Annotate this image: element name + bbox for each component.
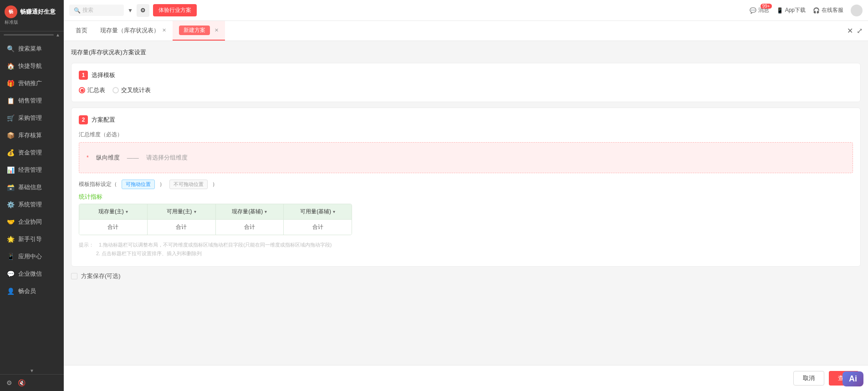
tab-new-plan-label: 新建方案	[179, 26, 210, 35]
indicator-label-text: 模板指标设定（	[79, 180, 117, 188]
message-icon: 💬	[750, 7, 756, 14]
stats-col-2-body: 合计	[148, 219, 216, 235]
brand-edition: 标准版	[5, 19, 59, 26]
brand: 畅 畅赚通好生意	[5, 5, 59, 18]
wechat-icon: 💬	[6, 270, 15, 278]
nav-label-system: 系统管理	[18, 201, 42, 209]
handshake-icon: 🤝	[6, 218, 15, 226]
database-icon: 🗃️	[6, 183, 15, 191]
message-badge: 99+	[761, 4, 772, 9]
chevron-down-icon-2: ▾	[194, 209, 196, 214]
dimension-placeholder: 请选择分组维度	[146, 154, 188, 162]
page-content: 现存量(库存状况表)方案设置 1 选择模板 汇总表 交叉统计表 2	[64, 41, 868, 365]
search-placeholder: 搜索	[82, 6, 93, 14]
footer-settings-icon[interactable]: ⚙	[6, 379, 12, 386]
topbar-search-box[interactable]: 🔍 搜索	[69, 5, 124, 16]
sales-icon: 📋	[6, 97, 15, 105]
tip-line-1: 提示： 1.拖动标题栏可以调整布局，不可跨维度或指标区域拖动栏目字段(只能在同一…	[79, 242, 853, 248]
topbar-gear-btn[interactable]: ⚙	[137, 4, 149, 17]
indicator-settings-label: 模板指标设定（ 可拖动位置 ） 不可拖动位置 ）	[79, 180, 853, 189]
tips-area: 提示： 1.拖动标题栏可以调整布局，不可跨维度或指标区域拖动栏目字段(只能在同一…	[79, 242, 853, 257]
stats-col-2-header[interactable]: 可用量(主) ▾	[148, 204, 216, 219]
scroll-up-btn[interactable]: ▲	[56, 32, 60, 37]
sidebar-item-finance[interactable]: 💰 资金管理	[0, 144, 64, 161]
ai-badge[interactable]: Ai	[842, 371, 863, 386]
sidebar-item-quick-nav[interactable]: 🏠 快捷导航	[0, 57, 64, 75]
sidebar-item-sales[interactable]: 📋 销售管理	[0, 92, 64, 109]
step1-header: 1 选择模板	[79, 71, 853, 80]
trial-plan-button[interactable]: 体验行业方案	[153, 4, 197, 16]
online-service-btn[interactable]: 🎧 在线客服	[813, 6, 843, 14]
footer-sound-icon[interactable]: 🔇	[18, 379, 26, 386]
sidebar-nav: 🔍 搜索菜单 🏠 快捷导航 🎁 营销推广 📋 销售管理 🛒 采购管理 📦 库存核…	[0, 38, 64, 367]
gift-icon: 🎁	[6, 79, 15, 87]
stats-col-4-header[interactable]: 可用量(基辅) ▾	[284, 204, 352, 219]
tab-home[interactable]: 首页	[69, 22, 94, 40]
nav-label-member: 畅会员	[18, 287, 36, 295]
step2-title: 方案配置	[92, 116, 115, 124]
user-avatar[interactable]	[851, 5, 863, 16]
expand-panel-icon[interactable]: ⤢	[857, 26, 863, 35]
sidebar-item-purchase[interactable]: 🛒 采购管理	[0, 109, 64, 127]
dimension-dash: ——	[127, 154, 139, 161]
stats-col-1-header[interactable]: 现存量(主) ▾	[79, 204, 148, 219]
page-title: 现存量(库存状况表)方案设置	[71, 48, 861, 57]
sidebar-item-inventory[interactable]: 📦 库存核算	[0, 127, 64, 144]
gear-icon: ⚙️	[6, 201, 15, 209]
member-icon: 👤	[6, 287, 15, 295]
nav-label-finance: 资金管理	[18, 149, 42, 157]
app-icon: 📱	[776, 7, 783, 14]
sidebar-footer: ⚙ 🔇	[0, 374, 64, 391]
radio-cross[interactable]: 交叉统计表	[112, 86, 151, 94]
sidebar-item-search-menu[interactable]: 🔍 搜索菜单	[0, 40, 64, 57]
tip-line-2: 2. 点击标题栏下拉可设置排序、插入列和删除列	[79, 250, 853, 257]
stats-section-title: 统计指标	[79, 193, 853, 201]
chart-icon: 📊	[6, 166, 15, 174]
brand-logo: 畅	[5, 5, 17, 18]
sidebar-item-basic-info[interactable]: 🗃️ 基础信息	[0, 179, 64, 196]
sidebar-item-marketing[interactable]: 🎁 营销推广	[0, 75, 64, 92]
nav-label-purchase: 采购管理	[18, 114, 42, 122]
chevron-down-icon-3: ▾	[265, 209, 267, 214]
tab-inventory-label: 现存量（库存状况表）	[100, 26, 159, 35]
tab-new-plan-close-btn[interactable]: ✕	[214, 27, 219, 33]
stats-col-4-body: 合计	[284, 219, 352, 235]
star-icon: 🌟	[6, 235, 15, 243]
cancel-button[interactable]: 取消	[793, 371, 824, 386]
sidebar-item-app-center[interactable]: 📱 应用中心	[0, 248, 64, 265]
topbar: 🔍 搜索 ▼ ⚙ 体验行业方案 💬 消息 99+ 📱 App下载 🎧 在线客服	[64, 0, 868, 21]
nav-label-inventory: 库存核算	[18, 131, 42, 139]
close-panel-icon[interactable]: ✕	[847, 26, 853, 35]
nav-label-basic-info: 基础信息	[18, 183, 42, 191]
main-area: 🔍 搜索 ▼ ⚙ 体验行业方案 💬 消息 99+ 📱 App下载 🎧 在线客服	[64, 0, 868, 391]
tab-inventory-close-btn[interactable]: ✕	[162, 27, 166, 33]
nav-label-operations: 经营管理	[18, 166, 42, 174]
chevron-down-icon-1: ▾	[126, 209, 128, 214]
footer-bar: 取消 查询	[64, 365, 868, 391]
scroll-down-btn[interactable]: ▼	[30, 368, 34, 373]
nav-label-enterprise: 企业协同	[18, 218, 42, 226]
stats-col-3-header[interactable]: 现存量(基辅) ▾	[216, 204, 284, 219]
save-plan-checkbox[interactable]	[71, 273, 77, 279]
indicator-suffix: ）	[212, 180, 218, 188]
sidebar-item-guide[interactable]: 🌟 新手引导	[0, 231, 64, 248]
message-btn[interactable]: 💬 消息 99+	[750, 6, 769, 14]
radio-summary[interactable]: 汇总表	[79, 86, 105, 94]
dropdown-arrow-icon[interactable]: ▼	[128, 7, 133, 14]
dimension-drop-zone[interactable]: * 纵向维度 —— 请选择分组维度	[79, 142, 853, 173]
search-icon: 🔍	[6, 45, 15, 53]
radio-cross-label: 交叉统计表	[121, 86, 151, 94]
sidebar-item-system[interactable]: ⚙️ 系统管理	[0, 196, 64, 213]
sidebar-item-enterprise[interactable]: 🤝 企业协同	[0, 213, 64, 231]
tab-new-plan[interactable]: 新建方案 ✕	[173, 21, 225, 41]
sidebar-item-wechat[interactable]: 💬 企业微信	[0, 265, 64, 283]
sidebar-item-member[interactable]: 👤 畅会员	[0, 283, 64, 300]
tab-inventory-status[interactable]: 现存量（库存状况表） ✕	[94, 22, 173, 40]
sidebar-header: 畅 畅赚通好生意 标准版	[0, 0, 64, 31]
app-download-btn[interactable]: 📱 App下载	[776, 6, 806, 14]
nav-label-wechat: 企业微信	[18, 270, 42, 278]
stats-table-body: 合计 合计 合计 合计	[79, 219, 352, 235]
sidebar-item-operations[interactable]: 📊 经营管理	[0, 161, 64, 179]
nav-label-app-center: 应用中心	[18, 252, 42, 261]
money-icon: 💰	[6, 149, 15, 157]
